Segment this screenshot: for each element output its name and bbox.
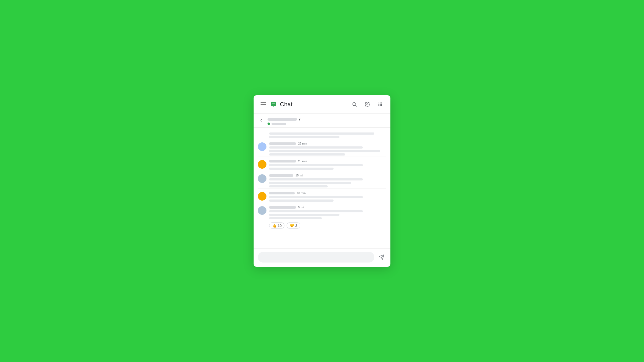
dropdown-arrow-icon: ▾ xyxy=(299,117,301,121)
svg-point-6 xyxy=(367,104,368,105)
conversation-status-row xyxy=(268,123,386,125)
avatar xyxy=(258,174,266,183)
message-line xyxy=(269,153,345,156)
search-icon xyxy=(352,102,357,107)
message-content-0 xyxy=(269,132,386,138)
send-button[interactable] xyxy=(377,253,386,262)
svg-point-11 xyxy=(380,104,380,105)
back-icon xyxy=(259,118,264,123)
avatar xyxy=(258,142,266,151)
svg-point-3 xyxy=(274,104,275,104)
svg-point-10 xyxy=(378,104,379,105)
message-line xyxy=(269,150,380,152)
message-block-3: 15 min xyxy=(258,171,386,189)
message-line xyxy=(269,136,339,138)
message-line xyxy=(269,217,322,219)
message-block-1: 25 min xyxy=(258,139,386,157)
avatar xyxy=(258,192,266,201)
message-block-2: 25 min xyxy=(258,157,386,171)
message-line xyxy=(269,210,363,212)
svg-point-4 xyxy=(353,102,356,106)
thumbsup-emoji: 👍 xyxy=(272,223,277,228)
menu-button[interactable] xyxy=(259,101,267,107)
handshake-emoji: 🤝 xyxy=(290,223,294,228)
message-input[interactable] xyxy=(258,252,374,263)
message-time: 25 min xyxy=(298,142,307,145)
reactions-row: 👍 10 🤝 3 xyxy=(269,222,386,229)
status-text-bar xyxy=(272,123,286,125)
settings-icon xyxy=(365,102,370,107)
svg-point-7 xyxy=(378,102,379,103)
settings-button[interactable] xyxy=(363,100,372,109)
messages-area: 25 min 25 min xyxy=(254,128,390,248)
svg-point-8 xyxy=(380,102,380,103)
apps-icon xyxy=(378,102,383,107)
message-top-row: 25 min xyxy=(269,142,386,145)
message-top-row: 15 min xyxy=(269,174,386,177)
message-time: 15 min xyxy=(295,174,304,177)
online-status-dot xyxy=(268,123,270,125)
sender-name-bar xyxy=(269,206,296,209)
header-icons xyxy=(350,100,385,109)
thumbsup-count: 10 xyxy=(278,224,281,228)
svg-point-1 xyxy=(272,104,273,104)
sender-name-bar xyxy=(269,174,293,177)
message-block-5: 5 min 👍 10 🤝 3 xyxy=(258,203,386,230)
back-button[interactable] xyxy=(258,117,265,125)
svg-point-9 xyxy=(381,102,382,103)
message-time: 5 min xyxy=(298,206,305,209)
svg-point-15 xyxy=(381,105,382,106)
handshake-reaction[interactable]: 🤝 3 xyxy=(287,222,300,229)
svg-point-2 xyxy=(273,104,274,104)
message-line xyxy=(269,178,363,180)
handshake-count: 3 xyxy=(295,224,297,228)
message-content-3: 15 min xyxy=(269,174,386,187)
message-line xyxy=(269,164,363,166)
send-icon xyxy=(379,254,385,260)
conversation-header: ▾ xyxy=(254,114,390,128)
conversation-name-area: ▾ xyxy=(268,117,386,125)
avatar xyxy=(258,160,266,169)
message-content-4: 10 min xyxy=(269,191,386,202)
svg-point-14 xyxy=(380,105,380,106)
message-top-row: 25 min xyxy=(269,160,386,163)
header-left: Chat xyxy=(259,101,347,108)
svg-point-12 xyxy=(381,104,382,105)
message-line xyxy=(269,182,351,184)
message-block-4: 10 min xyxy=(258,189,386,203)
apps-button[interactable] xyxy=(376,100,385,109)
input-area xyxy=(254,248,390,267)
conversation-name-pill[interactable]: ▾ xyxy=(268,117,386,121)
message-content-2: 25 min xyxy=(269,160,386,170)
sender-name-bar xyxy=(269,160,296,162)
message-line xyxy=(269,185,328,187)
conversation-name-bar xyxy=(268,118,297,121)
message-block-0 xyxy=(258,130,386,139)
sender-name-bar xyxy=(269,142,296,145)
svg-line-5 xyxy=(356,105,357,106)
header: Chat xyxy=(254,95,390,114)
message-line xyxy=(269,196,363,198)
message-line xyxy=(269,200,334,202)
message-top-row: 5 min xyxy=(269,206,386,209)
message-time: 10 min xyxy=(297,191,306,195)
svg-point-13 xyxy=(378,105,379,106)
message-time: 25 min xyxy=(298,160,307,163)
sender-name-bar xyxy=(269,192,295,194)
thumbsup-reaction[interactable]: 👍 10 xyxy=(269,222,284,229)
message-top-row: 10 min xyxy=(269,191,386,195)
message-line xyxy=(269,168,334,170)
message-line xyxy=(269,146,363,149)
chat-logo xyxy=(270,101,277,108)
app-window: Chat xyxy=(254,95,390,267)
message-content-1: 25 min xyxy=(269,142,386,156)
search-button[interactable] xyxy=(350,100,359,109)
header-title: Chat xyxy=(280,101,292,108)
avatar xyxy=(258,206,266,215)
message-line xyxy=(269,214,339,216)
message-line xyxy=(269,132,374,135)
message-content-5: 5 min 👍 10 🤝 3 xyxy=(269,206,386,229)
